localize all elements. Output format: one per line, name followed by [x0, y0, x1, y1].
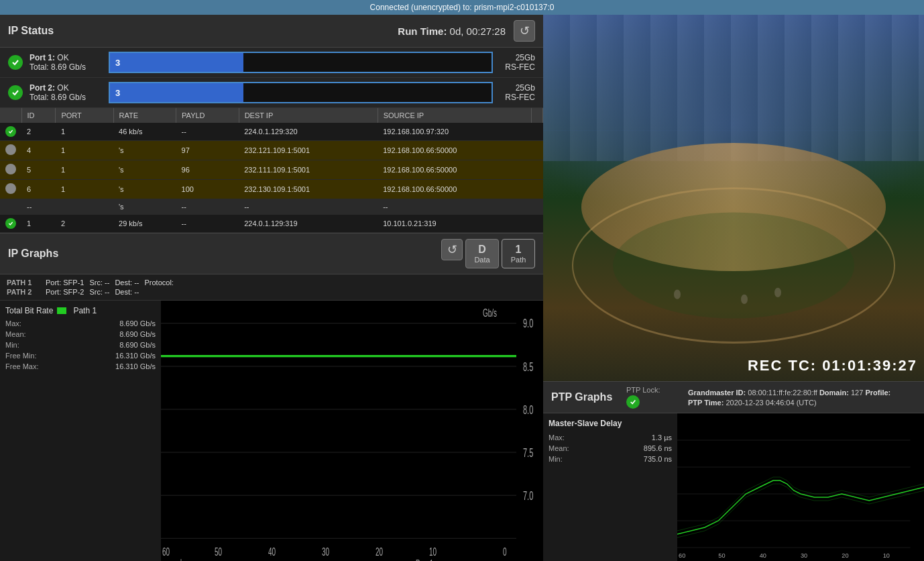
path2-label: PATH 2	[7, 288, 40, 296]
row-source-ip: 192.168.100.66:50000	[378, 160, 531, 180]
ip-status-reset-button[interactable]: ↺	[514, 20, 535, 42]
row-id: 1	[21, 215, 56, 233]
ptp-chart: 60 50 40 30 20 10 seconds	[677, 413, 924, 561]
row-rate: 's	[113, 160, 176, 180]
svg-text:7.5: 7.5	[523, 446, 533, 460]
master-slave-title: Master-Slave Delay	[548, 419, 672, 428]
row-payld: 100	[176, 180, 239, 199]
legend-color	[57, 307, 66, 314]
row-dest-ip: 232.111.109.1:5001	[239, 160, 378, 180]
stats-free-max: Free Max: 16.310 Gb/s	[5, 361, 156, 372]
svg-rect-23	[543, 15, 924, 130]
port1-bar: 3	[109, 52, 493, 73]
graph-stats: Total Bit Rate Path 1 Max: 8.690 Gb/s Me…	[0, 301, 161, 561]
path2-port: Port: SFP-2	[46, 288, 84, 296]
row-id: 5	[21, 160, 56, 180]
svg-point-27	[741, 295, 748, 304]
row-payld: --	[176, 215, 239, 233]
timecode-value: 01:01:39:27	[822, 357, 917, 374]
svg-text:50: 50	[718, 552, 725, 559]
row-port: 2	[56, 215, 113, 233]
path1-col: PATH 1 Port: SFP-1 Src: -- Dest: -- Prot…	[7, 278, 174, 296]
row-id: 2	[21, 123, 56, 141]
stats-max: Max: 8.690 Gb/s	[5, 318, 156, 329]
path1-src: Src: --	[89, 278, 109, 287]
table-row: 5 1 's 96 232.111.109.1:5001 192.168.100…	[0, 160, 543, 180]
table-row: 4 1 's 97 232.121.109.1:5001 192.168.100…	[0, 141, 543, 160]
row-port: 1	[56, 141, 113, 160]
row-payld: --	[176, 199, 239, 215]
ptp-min: Min: 735.0 ns	[548, 454, 672, 464]
row-id: 6	[21, 180, 56, 199]
ptp-chart-svg: 60 50 40 30 20 10 seconds	[677, 413, 924, 561]
port2-bar: 3	[109, 82, 493, 103]
col-icon	[0, 108, 21, 123]
row-id: --	[21, 199, 56, 215]
ptp-graphs-area: Master-Slave Delay Max: 1.3 µs Mean: 895…	[543, 413, 924, 561]
svg-text:10: 10	[883, 552, 890, 559]
row-status-icon	[5, 164, 16, 174]
port1-speed: 25Gb RS-FEC	[498, 53, 535, 72]
svg-text:40: 40	[268, 545, 276, 558]
port1-row: Port 1: OK Total: 8.69 Gb/s 3 25Gb RS-FE…	[0, 48, 543, 78]
port2-row: Port 2: OK Total: 8.69 Gb/s 3 25Gb RS-FE…	[0, 78, 543, 108]
svg-text:9.0: 9.0	[523, 316, 533, 330]
row-scroll	[532, 199, 543, 215]
svg-text:50: 50	[215, 545, 222, 558]
ptp-lock-label: PTP Lock:	[626, 386, 660, 394]
path1-dest: Dest: --	[115, 278, 139, 287]
row-payld: 96	[176, 160, 239, 180]
video-area: REC TC:01:01:39:27	[543, 15, 924, 381]
row-rate: 29 kb/s	[113, 215, 176, 233]
legend-label: Path 1	[73, 306, 97, 315]
svg-text:40: 40	[760, 552, 766, 559]
row-scroll	[532, 141, 543, 160]
col-source-ip: SOURCE IP	[378, 108, 531, 123]
row-dest-ip: --	[239, 199, 378, 215]
svg-text:10: 10	[429, 545, 437, 558]
path2-dest: Dest: --	[115, 288, 139, 296]
row-rate: 46 kb/s	[113, 123, 176, 141]
svg-text:60: 60	[679, 552, 685, 559]
port2-speed: 25Gb RS-FEC	[498, 83, 535, 102]
path-button[interactable]: 1 Path	[502, 239, 535, 268]
row-icon-cell	[0, 141, 21, 160]
svg-text:Gb/s: Gb/s	[483, 306, 497, 319]
row-icon-cell	[0, 199, 21, 215]
ip-graphs-header: IP Graphs ↺ D Data 1 Path	[0, 233, 543, 274]
col-id: ID	[21, 108, 56, 123]
port1-info: Port 1: OK Total: 8.69 Gb/s	[30, 53, 103, 72]
path1-label: PATH 1	[7, 278, 40, 287]
row-source-ip: 10.101.0.21:319	[378, 215, 531, 233]
rec-label: REC TC:	[748, 357, 817, 374]
row-icon-cell	[0, 215, 21, 233]
col-payld: PAYLD	[176, 108, 239, 123]
stats-mean: Mean: 8.690 Gb/s	[5, 329, 156, 340]
ptp-title: PTP Graphs	[551, 391, 618, 403]
svg-text:60: 60	[162, 545, 170, 558]
ip-graphs-reset-button[interactable]: ↺	[441, 239, 463, 260]
row-payld: 97	[176, 141, 239, 160]
svg-text:20: 20	[842, 552, 848, 559]
row-port	[56, 199, 113, 215]
row-scroll	[532, 180, 543, 199]
ptp-section: PTP Graphs PTP Lock: Grandmaster ID: 08:…	[543, 381, 924, 561]
path-icon: 1	[516, 244, 522, 256]
svg-point-25	[613, 213, 854, 319]
data-button[interactable]: D Data	[465, 239, 499, 268]
timecode-display: REC TC:01:01:39:27	[748, 357, 917, 374]
svg-text:8.0: 8.0	[523, 403, 533, 417]
path-label: Path	[511, 256, 526, 264]
data-label: Data	[474, 256, 489, 264]
col-scroll	[532, 108, 543, 123]
row-scroll	[532, 160, 543, 180]
runtime-value: 0d, 00:27:28	[450, 26, 506, 37]
row-rate: 's	[113, 199, 176, 215]
svg-point-26	[674, 290, 681, 299]
row-status-icon	[5, 126, 16, 137]
ptp-lock-section: PTP Lock:	[626, 386, 680, 409]
row-source-ip: 192.168.100.66:50000	[378, 141, 531, 160]
svg-text:30: 30	[322, 545, 329, 558]
row-dest-ip: 232.130.109.1:5001	[239, 180, 378, 199]
ptp-header: PTP Graphs PTP Lock: Grandmaster ID: 08:…	[543, 382, 924, 413]
